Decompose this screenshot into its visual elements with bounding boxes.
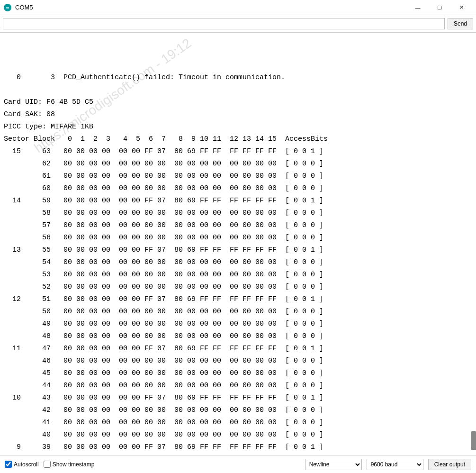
- timestamp-checkbox[interactable]: Show timestamp: [44, 461, 95, 468]
- baud-rate-select[interactable]: 9600 baud: [367, 459, 423, 470]
- send-bar: Send: [0, 15, 476, 33]
- arduino-icon: ∞: [4, 4, 11, 11]
- autoscroll-label: Autoscroll: [14, 461, 39, 468]
- scrollbar-thumb[interactable]: [471, 431, 476, 450]
- timestamp-label: Show timestamp: [53, 461, 95, 468]
- close-button[interactable]: ✕: [450, 0, 472, 15]
- minimize-button[interactable]: —: [407, 0, 429, 15]
- line-ending-select[interactable]: Newline: [305, 459, 362, 470]
- send-button[interactable]: Send: [448, 18, 473, 29]
- titlebar: ∞ COM5 — ▢ ✕: [0, 0, 476, 15]
- autoscroll-checkbox[interactable]: Autoscroll: [5, 461, 39, 468]
- maximize-button[interactable]: ▢: [429, 0, 450, 15]
- command-input[interactable]: [3, 18, 445, 29]
- bottom-bar: Autoscroll Show timestamp Newline 9600 b…: [0, 455, 476, 473]
- window-title: COM5: [15, 4, 33, 11]
- clear-output-button[interactable]: Clear output: [428, 459, 471, 470]
- serial-console[interactable]: https://microdigisoft.com - 19:12 0 3 PC…: [0, 33, 476, 450]
